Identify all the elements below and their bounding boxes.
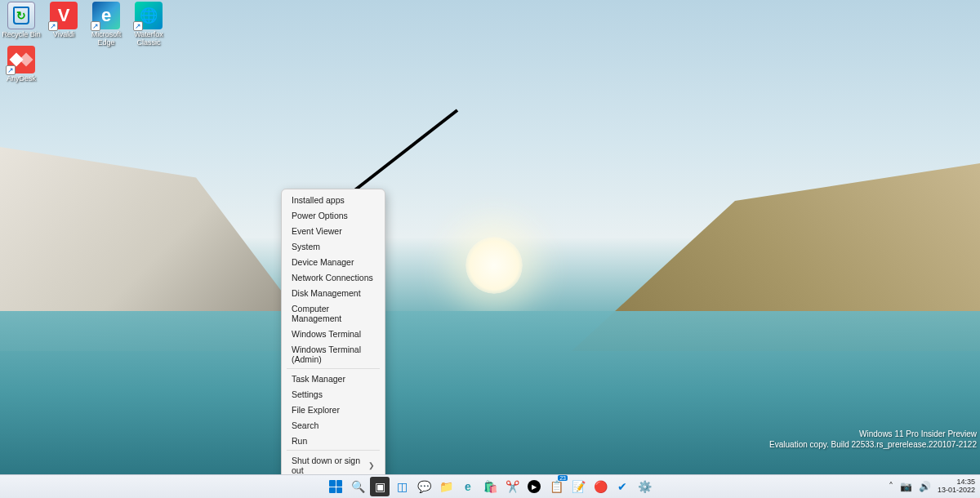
menu-search[interactable]: Search xyxy=(282,417,385,433)
watermark-build: Evaluation copy. Build 22533.rs_prerelea… xyxy=(769,439,977,450)
menu-installed-apps[interactable]: Installed apps xyxy=(282,192,385,207)
menu-disk-management[interactable]: Disk Management xyxy=(282,285,385,300)
widgets-button[interactable]: ◫ xyxy=(392,477,412,496)
menu-run[interactable]: Run xyxy=(282,433,385,448)
start-button[interactable] xyxy=(326,477,345,496)
edge-icon: e xyxy=(465,480,471,493)
recycle-bin-icon[interactable]: Recycle Bin xyxy=(3,2,39,39)
media-player-taskbar[interactable]: ▶ xyxy=(524,477,544,496)
chrome-icon: 🔴 xyxy=(594,480,608,493)
desktop-icons-area: Recycle Bin ↗ AnyDesk ↗ Vivaldi ↗ Micros… xyxy=(3,2,167,83)
menu-task-manager[interactable]: Task Manager xyxy=(282,371,385,386)
shortcut-overlay-icon: ↗ xyxy=(133,21,143,31)
menu-system[interactable]: System xyxy=(282,238,385,254)
search-button[interactable]: 🔍 xyxy=(348,477,368,496)
windows-logo-icon xyxy=(326,477,345,496)
taskbar: 🔍 ▣ ◫ 💬 📁 e 🛍️ ✂️ ▶ 📋23 📝 🔴 ✔ ⚙️ ˄ 📷 🔊 1… xyxy=(0,474,980,498)
taskbar-center: 🔍 ▣ ◫ 💬 📁 e 🛍️ ✂️ ▶ 📋23 📝 🔴 ✔ ⚙️ xyxy=(326,475,654,498)
svg-line-0 xyxy=(350,110,457,194)
shortcut-overlay-icon: ↗ xyxy=(6,65,16,75)
notepad-icon: 📝 xyxy=(572,480,586,493)
sticky-notes-taskbar[interactable]: 📋23 xyxy=(546,477,566,496)
chat-icon: 💬 xyxy=(417,480,431,493)
check-icon: ✔ xyxy=(617,480,627,493)
store-taskbar[interactable]: 🛍️ xyxy=(480,477,500,496)
waterfox-shortcut-icon[interactable]: ↗ Waterfox Classic xyxy=(131,2,167,47)
wallpaper-sun xyxy=(466,237,523,294)
desktop-wallpaper[interactable]: Recycle Bin ↗ AnyDesk ↗ Vivaldi ↗ Micros… xyxy=(0,0,980,474)
system-tray: ˄ 📷 🔊 14:35 13-01-2022 xyxy=(889,475,975,498)
gear-icon: ⚙️ xyxy=(638,480,652,493)
menu-device-manager[interactable]: Device Manager xyxy=(282,254,385,269)
watermark-edition: Windows 11 Pro Insider Preview xyxy=(769,429,977,439)
shortcut-overlay-icon: ↗ xyxy=(48,21,58,31)
tray-volume-icon[interactable]: 🔊 xyxy=(919,481,931,492)
windows-watermark: Windows 11 Pro Insider Preview Evaluatio… xyxy=(769,429,977,450)
menu-computer-management[interactable]: Computer Management xyxy=(282,300,385,326)
play-icon: ▶ xyxy=(528,480,541,493)
icon-label: Waterfox Classic xyxy=(131,31,167,47)
snipping-taskbar[interactable]: ✂️ xyxy=(502,477,522,496)
icon-label: Microsoft Edge xyxy=(88,31,124,47)
file-explorer-taskbar[interactable]: 📁 xyxy=(436,477,456,496)
wallpaper-water xyxy=(0,311,980,474)
menu-event-viewer[interactable]: Event Viewer xyxy=(282,223,385,238)
store-icon: 🛍️ xyxy=(483,480,497,493)
date-text: 13-01-2022 xyxy=(938,487,975,495)
clock[interactable]: 14:35 13-01-2022 xyxy=(938,478,975,495)
menu-separator xyxy=(287,368,380,369)
menu-separator xyxy=(287,450,380,451)
tray-meet-now-icon[interactable]: 📷 xyxy=(900,481,912,492)
folder-icon: 📁 xyxy=(439,480,453,493)
menu-file-explorer[interactable]: File Explorer xyxy=(282,402,385,417)
edge-shortcut-icon[interactable]: ↗ Microsoft Edge xyxy=(88,2,124,47)
winx-context-menu: Installed apps Power Options Event Viewe… xyxy=(281,189,385,498)
icon-label: AnyDesk xyxy=(7,75,36,83)
tray-chevron-up-icon[interactable]: ˄ xyxy=(889,481,893,492)
notepad-taskbar[interactable]: 📝 xyxy=(568,477,588,496)
chat-button[interactable]: 💬 xyxy=(414,477,434,496)
shortcut-overlay-icon: ↗ xyxy=(91,21,100,31)
vivaldi-shortcut-icon[interactable]: ↗ Vivaldi xyxy=(46,2,82,39)
icon-label: Vivaldi xyxy=(53,31,74,39)
submenu-chevron-icon: ❯ xyxy=(368,461,375,469)
taskview-icon: ▣ xyxy=(375,480,385,493)
settings-taskbar[interactable]: ⚙️ xyxy=(635,477,654,496)
menu-windows-terminal-admin[interactable]: Windows Terminal (Admin) xyxy=(282,341,385,367)
todo-taskbar[interactable]: ✔ xyxy=(612,477,632,496)
edge-taskbar[interactable]: e xyxy=(458,477,478,496)
chrome-taskbar[interactable]: 🔴 xyxy=(590,477,610,496)
search-icon: 🔍 xyxy=(351,480,365,493)
sticky-icon: 📋 xyxy=(550,480,564,493)
menu-windows-terminal[interactable]: Windows Terminal xyxy=(282,326,385,341)
snip-icon: ✂️ xyxy=(506,480,519,493)
menu-power-options[interactable]: Power Options xyxy=(282,207,385,223)
icon-label: Recycle Bin xyxy=(2,31,41,39)
anydesk-shortcut-icon[interactable]: ↗ AnyDesk xyxy=(3,46,39,83)
badge-count: 23 xyxy=(558,475,568,481)
menu-settings[interactable]: Settings xyxy=(282,386,385,402)
menu-network-connections[interactable]: Network Connections xyxy=(282,269,385,285)
task-view-button[interactable]: ▣ xyxy=(370,477,390,496)
widgets-icon: ◫ xyxy=(397,480,408,493)
